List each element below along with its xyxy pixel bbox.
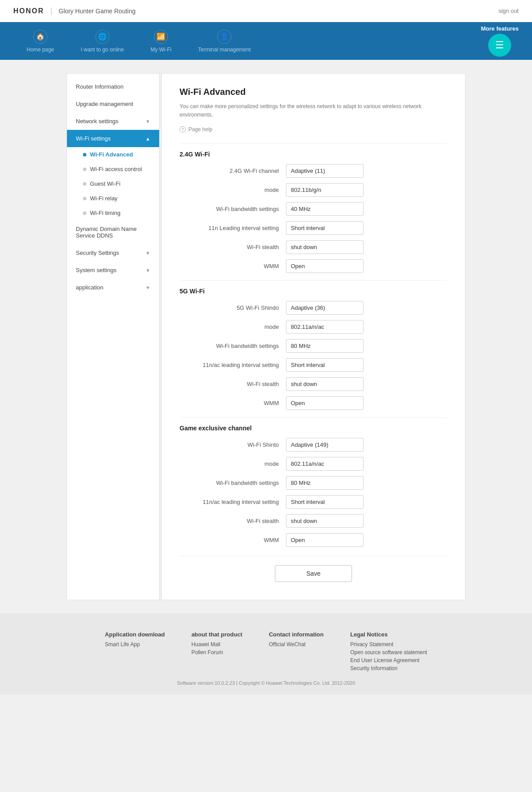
- form-row-game-channel: Wi-Fi Shinto Adaptive (149): [180, 438, 447, 452]
- footer-link-security-info[interactable]: Security Information: [350, 665, 398, 671]
- select-2g-channel[interactable]: Adaptive (11): [286, 164, 364, 178]
- footer-col-product-title: about that product: [192, 631, 243, 638]
- select-5g-wmm[interactable]: Open: [286, 396, 364, 410]
- label-2g-channel: 2.4G Wi-Fi channel: [180, 168, 286, 174]
- select-5g-mode[interactable]: 802.11a/n/ac: [286, 320, 364, 334]
- select-game-bandwidth[interactable]: 80 MHz: [286, 476, 364, 490]
- section-2g-title: 2.4G Wi-Fi: [180, 151, 447, 158]
- select-2g-interval[interactable]: Short interval: [286, 221, 364, 235]
- select-game-stealth[interactable]: shut down: [286, 514, 364, 528]
- select-5g-bandwidth[interactable]: 80 MHz: [286, 339, 364, 353]
- form-row-2g-bandwidth: Wi-Fi bandwidth settings 40 MHz: [180, 202, 447, 216]
- label-2g-bandwidth: Wi-Fi bandwidth settings: [180, 206, 286, 212]
- label-5g-mode: mode: [180, 324, 286, 330]
- sidebar-item-router-info[interactable]: Router Information: [67, 78, 159, 95]
- section-5g: 5G Wi-Fi 5G Wi-Fi Shindo Adaptive (36) m…: [180, 288, 447, 410]
- select-2g-bandwidth[interactable]: 40 MHz: [286, 202, 364, 216]
- form-row-2g-wmm: WMM Open: [180, 259, 447, 273]
- nav-online-label: I want to go online: [81, 47, 124, 53]
- help-circle-icon: ?: [180, 126, 186, 133]
- chevron-app-icon: ▼: [145, 285, 150, 290]
- signout-link[interactable]: sign out: [498, 8, 519, 14]
- nav-item-home[interactable]: 🏠 Home page: [13, 25, 67, 57]
- sidebar-sub-item-guest-wifi[interactable]: Guest Wi-Fi: [67, 176, 159, 191]
- dot-wifi-advanced: [83, 153, 86, 156]
- footer-link-pollen[interactable]: Pollen Forum: [192, 649, 223, 655]
- divider-5g: [180, 417, 447, 417]
- footer-col-legal: Legal Notices Privacy Statement Open sou…: [350, 631, 427, 671]
- header: HONOR | Glory Hunter Game Routing sign o…: [0, 0, 532, 22]
- nav-items: 🏠 Home page 🌐 I want to go online 📶 My W…: [13, 25, 481, 57]
- form-row-5g-channel: 5G Wi-Fi Shindo Adaptive (36): [180, 301, 447, 315]
- sidebar-sub-item-wifi-access[interactable]: Wi-Fi access control: [67, 162, 159, 176]
- select-game-channel[interactable]: Adaptive (149): [286, 438, 364, 452]
- label-game-mode: mode: [180, 460, 286, 467]
- label-game-wmm: WMM: [180, 537, 286, 543]
- label-2g-stealth: Wi-Fi stealth: [180, 244, 286, 250]
- footer-link-privacy[interactable]: Privacy Statement: [350, 641, 393, 648]
- form-row-2g-interval: 11n Leading interval setting Short inter…: [180, 221, 447, 235]
- footer-link-eula[interactable]: End User License Agreement: [350, 657, 419, 663]
- form-row-game-interval: 11n/ac leading interval setting Short in…: [180, 495, 447, 509]
- sidebar-item-system[interactable]: System settings ▼: [67, 261, 159, 279]
- select-game-mode[interactable]: 802.11a/n/ac: [286, 457, 364, 471]
- select-2g-wmm[interactable]: Open: [286, 259, 364, 273]
- sidebar-item-security[interactable]: Security Settings ▼: [67, 244, 159, 261]
- select-5g-stealth[interactable]: shut down: [286, 377, 364, 391]
- select-5g-interval[interactable]: Short interval: [286, 358, 364, 372]
- footer-col-product: about that product Huawei Mall Pollen Fo…: [192, 631, 243, 671]
- footer-copyright: Software version:10.0.2.23 | Copyright ©…: [9, 680, 523, 686]
- select-5g-channel[interactable]: Adaptive (36): [286, 301, 364, 315]
- page-help-text: Page help: [188, 126, 212, 133]
- more-features-label: More features: [481, 25, 519, 32]
- nav-terminal-label: Terminal management: [198, 47, 251, 53]
- more-features-button[interactable]: ☰: [488, 34, 511, 57]
- form-row-2g-mode: mode 802.11b/g/n: [180, 183, 447, 197]
- sidebar-item-ddns[interactable]: Dynamic Domain Name Service DDNS: [67, 220, 159, 244]
- globe-icon: 🌐: [95, 30, 110, 44]
- label-2g-interval: 11n Leading interval setting: [180, 225, 286, 231]
- dot-wifi-timing: [83, 211, 86, 215]
- wifi-icon: 📶: [154, 30, 168, 44]
- section-2g: 2.4G Wi-Fi 2.4G Wi-Fi channel Adaptive (…: [180, 151, 447, 273]
- divider-2g: [180, 280, 447, 281]
- sidebar-item-application[interactable]: application ▼: [67, 279, 159, 296]
- page-help-link[interactable]: ? Page help: [180, 126, 447, 133]
- nav-item-online[interactable]: 🌐 I want to go online: [67, 25, 137, 57]
- sidebar-sub-item-wifi-timing[interactable]: Wi-Fi timing: [67, 206, 159, 220]
- sidebar-item-network[interactable]: Network settings ▼: [67, 113, 159, 130]
- form-row-game-wmm: WMM Open: [180, 533, 447, 547]
- sidebar-sub-item-wifi-advanced[interactable]: Wi-Fi Advanced: [67, 147, 159, 162]
- nav-item-wifi[interactable]: 📶 My Wi-Fi: [137, 25, 184, 57]
- header-subtitle: Glory Hunter Game Routing: [59, 8, 136, 15]
- select-game-interval[interactable]: Short interval: [286, 495, 364, 509]
- select-game-wmm[interactable]: Open: [286, 533, 364, 547]
- label-2g-mode: mode: [180, 187, 286, 193]
- sidebar-sub-item-wifi-relay[interactable]: Wi-Fi relay: [67, 191, 159, 206]
- form-row-5g-interval: 11n/ac leading interval setting Short in…: [180, 358, 447, 372]
- chevron-down-icon: ▼: [145, 119, 150, 124]
- chevron-system-icon: ▼: [145, 268, 150, 273]
- brand-name: HONOR: [13, 7, 44, 15]
- footer-link-opensource[interactable]: Open source software statement: [350, 649, 427, 655]
- sidebar: Router Information Upgrade management Ne…: [66, 73, 160, 600]
- form-row-5g-stealth: Wi-Fi stealth shut down: [180, 377, 447, 391]
- select-2g-mode[interactable]: 802.11b/g/n: [286, 183, 364, 197]
- footer-link-huawei-mall[interactable]: Huawei Mall: [192, 641, 220, 648]
- sidebar-item-upgrade[interactable]: Upgrade management: [67, 95, 159, 113]
- save-button-wrap: Save: [180, 565, 447, 582]
- page-desc: You can make more personalized settings …: [180, 102, 447, 119]
- nav-home-label: Home page: [27, 47, 54, 53]
- dot-wifi-access: [83, 168, 86, 171]
- nav-more: More features ☰: [481, 25, 519, 57]
- footer-link-wechat[interactable]: Official WeChat: [269, 641, 305, 648]
- footer-link-smartlife[interactable]: Smart Life App: [105, 641, 140, 648]
- section-game-title: Game exclusive channel: [180, 425, 447, 432]
- label-game-interval: 11n/ac leading interval setting: [180, 499, 286, 505]
- divider-bottom: [180, 556, 447, 556]
- form-row-game-bandwidth: Wi-Fi bandwidth settings 80 MHz: [180, 476, 447, 490]
- sidebar-item-wifi-settings[interactable]: Wi-Fi settings ▲: [67, 130, 159, 147]
- select-2g-stealth[interactable]: shut down: [286, 240, 364, 254]
- nav-item-terminal[interactable]: 👤 Terminal management: [185, 25, 264, 57]
- save-button[interactable]: Save: [275, 565, 352, 582]
